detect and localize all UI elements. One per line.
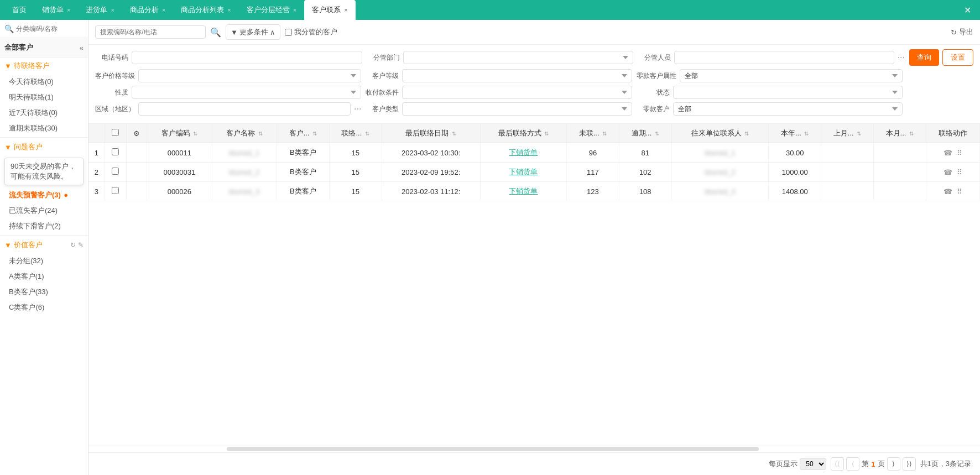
contact-method-link-0[interactable]: 下销货单: [509, 148, 538, 156]
sidebar-section-pending[interactable]: ▼ 待联络客户: [0, 58, 88, 74]
cell-this-year-2: 1408.00: [769, 182, 821, 201]
tab-sales-close[interactable]: ×: [67, 7, 70, 13]
customer-type-select[interactable]: [402, 102, 632, 116]
cell-checkbox-2[interactable]: [105, 182, 126, 201]
region-dots[interactable]: ···: [354, 104, 361, 114]
customer-level-select[interactable]: [402, 69, 632, 82]
scrollbar-track[interactable]: [227, 447, 759, 451]
person-input[interactable]: [674, 51, 894, 64]
zero-customer-select[interactable]: 全部: [673, 102, 903, 116]
row-checkbox-2[interactable]: [112, 187, 119, 194]
th-this-year[interactable]: 本年... ⇅: [769, 124, 821, 143]
tab-home[interactable]: 首页: [4, 0, 34, 20]
th-unit-contact[interactable]: 往来单位联系人 ⇅: [671, 124, 769, 143]
th-code[interactable]: 客户编码 ⇅: [147, 124, 212, 143]
tab-analysis-close[interactable]: ×: [162, 7, 165, 13]
next-page-button[interactable]: ⟩: [887, 457, 900, 471]
cell-checkbox-1[interactable]: [105, 163, 126, 182]
cell-action-2[interactable]: ☎ ⠿: [926, 182, 979, 201]
contact-method-link-2[interactable]: 下销货单: [509, 187, 538, 195]
th-name[interactable]: 客户名称 ⇅: [212, 124, 277, 143]
sidebar-item-class-a[interactable]: A类客户(1): [0, 269, 88, 284]
th-last-month[interactable]: 上月... ⇅: [821, 124, 874, 143]
dept-select[interactable]: [403, 51, 634, 64]
sidebar-item-today[interactable]: 今天待联络(0): [0, 74, 88, 90]
select-all-checkbox[interactable]: [112, 129, 119, 136]
sidebar-item-unclassified[interactable]: 未分组(32): [0, 253, 88, 269]
payment-select[interactable]: [402, 86, 632, 99]
tab-customer-tier-close[interactable]: ×: [293, 7, 296, 13]
cell-method-2[interactable]: 下销货单: [480, 182, 566, 201]
action-more-icon-1[interactable]: ⠿: [957, 168, 962, 176]
more-conditions-button[interactable]: ▼ 更多条件 ∧: [226, 24, 280, 40]
sidebar-item-class-c[interactable]: C类客户(6): [0, 300, 88, 315]
row-checkbox-1[interactable]: [112, 168, 119, 175]
tab-customer-contact-close[interactable]: ×: [344, 7, 347, 13]
nature-select[interactable]: [132, 86, 361, 99]
export-button[interactable]: ↻ 导出: [951, 27, 973, 37]
status-select[interactable]: [673, 86, 903, 99]
th-this-month[interactable]: 本月... ⇅: [873, 124, 926, 143]
phone-input[interactable]: [132, 51, 362, 64]
th-last-contact-date[interactable]: 最后联络日期 ⇅: [382, 124, 480, 143]
sidebar-section-value[interactable]: ▼ 价值客户 ↻ ✎: [0, 237, 88, 253]
sidebar-item-class-b[interactable]: B类客户(33): [0, 284, 88, 300]
pending-arrow: ▼: [4, 62, 12, 70]
tab-analysis-list-close[interactable]: ×: [227, 7, 231, 13]
sidebar-item-declining[interactable]: 持续下滑客户(2): [0, 218, 88, 234]
collapse-icon[interactable]: «: [80, 44, 84, 52]
search-button[interactable]: 🔍: [210, 27, 221, 38]
row-checkbox-0[interactable]: [112, 148, 119, 155]
tab-analysis-list[interactable]: 商品分析列表 ×: [173, 0, 238, 20]
value-edit-icon[interactable]: ↻: [70, 241, 76, 249]
person-dots[interactable]: ···: [898, 53, 905, 62]
th-uncontacted[interactable]: 未联... ⇅: [567, 124, 619, 143]
action-more-icon-0[interactable]: ⠿: [957, 149, 962, 157]
region-input[interactable]: [138, 102, 351, 116]
action-phone-icon-1[interactable]: ☎: [943, 168, 952, 176]
close-window-button[interactable]: ✕: [960, 5, 976, 15]
per-page-select[interactable]: 50: [800, 458, 826, 470]
cell-method-1[interactable]: 下销货单: [480, 163, 566, 182]
cell-checkbox-0[interactable]: [105, 143, 126, 163]
cell-action-1[interactable]: ☎ ⠿: [926, 163, 979, 182]
value-settings-icon[interactable]: ✎: [78, 241, 84, 249]
cell-action-0[interactable]: ☎ ⠿: [926, 143, 979, 163]
action-phone-icon-2[interactable]: ☎: [943, 187, 952, 196]
sidebar-item-churned[interactable]: 已流失客户(24): [0, 203, 88, 218]
contact-method-link-1[interactable]: 下销货单: [509, 168, 538, 176]
my-customers-label[interactable]: 我分管的客户: [285, 27, 337, 37]
tab-purchase-close[interactable]: ×: [111, 7, 114, 13]
last-page-button[interactable]: ⟩⟩: [903, 457, 916, 471]
my-customers-checkbox[interactable]: [285, 29, 292, 36]
zero-attr-select[interactable]: 全部: [680, 69, 903, 82]
sidebar-item-churn-warning[interactable]: 流失预警客户(3) ●: [0, 187, 88, 203]
all-customers-header[interactable]: 全部客户 «: [0, 38, 88, 58]
first-page-button[interactable]: ⟨⟨: [831, 457, 844, 471]
table-settings-icon[interactable]: ⚙: [133, 129, 140, 138]
search-input[interactable]: [95, 25, 206, 39]
th-settings[interactable]: ⚙: [126, 124, 147, 143]
prev-page-button[interactable]: ⟨: [846, 457, 859, 471]
th-contact[interactable]: 联络... ⇅: [329, 124, 382, 143]
sidebar-item-overdue[interactable]: 逾期未联络(30): [0, 121, 88, 136]
sidebar-search-input[interactable]: [16, 25, 88, 33]
cell-method-0[interactable]: 下销货单: [480, 143, 566, 163]
settings-button[interactable]: 设置: [942, 49, 973, 66]
sidebar-item-7days[interactable]: 近7天待联络(0): [0, 105, 88, 121]
tab-customer-contact[interactable]: 客户联系 ×: [304, 0, 355, 20]
th-level[interactable]: 客户... ⇅: [277, 124, 330, 143]
tab-customer-tier[interactable]: 客户分层经营 ×: [239, 0, 304, 20]
sidebar-section-problem[interactable]: ▼ 问题客户: [0, 139, 88, 155]
th-last-contact-method[interactable]: 最后联络方式 ⇅: [480, 124, 566, 143]
horizontal-scrollbar[interactable]: [88, 446, 980, 452]
price-level-select[interactable]: [138, 69, 361, 82]
tab-purchase[interactable]: 进货单 ×: [78, 0, 122, 20]
tab-analysis[interactable]: 商品分析 ×: [122, 0, 173, 20]
tab-sales[interactable]: 销货单 ×: [34, 0, 78, 20]
th-overdue[interactable]: 逾期... ⇅: [619, 124, 671, 143]
action-more-icon-2[interactable]: ⠿: [957, 187, 962, 196]
sidebar-item-tomorrow[interactable]: 明天待联络(1): [0, 90, 88, 105]
query-button[interactable]: 查询: [909, 49, 939, 66]
action-phone-icon-0[interactable]: ☎: [943, 149, 952, 157]
